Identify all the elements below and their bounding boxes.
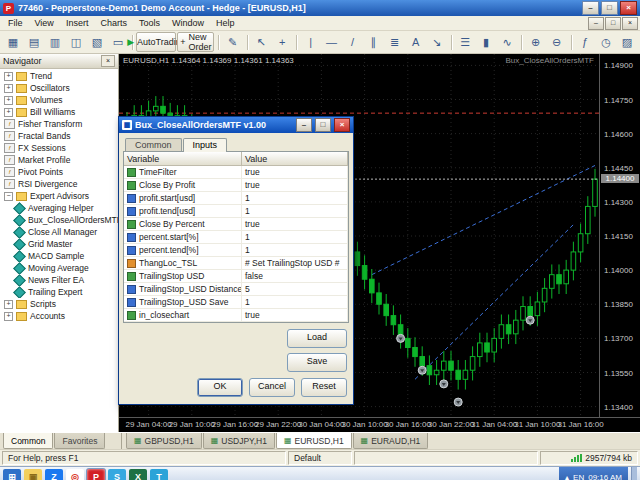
tree-expand-icon[interactable]: +: [4, 312, 13, 321]
channel-button[interactable]: ∥: [364, 32, 384, 52]
input-row-profit-tend-usd[interactable]: profit.tend[usd]1: [124, 205, 348, 218]
input-row-percent-tend[interactable]: percent.tend[%]1: [124, 244, 348, 257]
skype-icon[interactable]: S: [108, 469, 126, 480]
chart-tab-usdjpy-h1[interactable]: ▦USDJPY,H1: [203, 433, 275, 449]
tray-expand-icon[interactable]: ▴: [565, 473, 569, 480]
input-value-cell[interactable]: true: [242, 309, 348, 322]
input-value-cell[interactable]: true: [242, 179, 348, 192]
input-value-cell[interactable]: true: [242, 218, 348, 231]
clock[interactable]: 09:16 AM: [588, 473, 622, 480]
input-value-cell[interactable]: 1: [242, 192, 348, 205]
nav-item-grid-master[interactable]: Grid Master: [0, 238, 118, 250]
time-axis[interactable]: 29 Jan 04:0029 Jan 10:0029 Jan 16:0029 J…: [119, 417, 640, 432]
nav-tab-common[interactable]: Common: [3, 433, 53, 449]
nav-item-bux-closeallordersmtf[interactable]: Bux_CloseAllOrdersMTF: [0, 214, 118, 226]
input-row-trailingstop-usd[interactable]: TrailingStop USDfalse: [124, 270, 348, 283]
new-chart-button[interactable]: ▦: [3, 32, 23, 52]
nav-item-scripts[interactable]: +Scripts: [0, 298, 118, 310]
profiles-button[interactable]: ▤: [24, 32, 44, 52]
nav-item-oscillators[interactable]: +Oscillators: [0, 82, 118, 94]
dialog-titlebar[interactable]: ▦ Bux_CloseAllOrdersMTF v1.00 – □ ×: [119, 117, 353, 133]
menu-insert[interactable]: Insert: [60, 18, 95, 28]
input-row-close-by-percent[interactable]: Close By Percenttrue: [124, 218, 348, 231]
input-value-cell[interactable]: 1: [242, 296, 348, 309]
horizontal-line-button[interactable]: —: [322, 32, 342, 52]
cancel-button[interactable]: Cancel: [249, 378, 295, 397]
vertical-line-button[interactable]: |: [301, 32, 321, 52]
price-axis[interactable]: 1.149001.147501.146001.144501.143001.141…: [599, 54, 640, 418]
dialog-close-button[interactable]: ×: [334, 118, 350, 132]
tree-expand-icon[interactable]: −: [4, 192, 13, 201]
reset-button[interactable]: Reset: [301, 378, 347, 397]
chart-tab-eurusd-h1[interactable]: ▦EURUSD,H1: [276, 433, 352, 449]
close-button[interactable]: ×: [620, 1, 637, 15]
input-row-in-closechart[interactable]: in_closecharttrue: [124, 309, 348, 322]
zalo-icon[interactable]: Z: [45, 469, 63, 480]
nav-item-volumes[interactable]: +Volumes: [0, 94, 118, 106]
bar-chart-button[interactable]: ☰: [455, 32, 475, 52]
trendline-button[interactable]: /: [343, 32, 363, 52]
menu-file[interactable]: File: [2, 18, 29, 28]
nav-item-fractal-bands[interactable]: fFractal Bands: [0, 130, 118, 142]
child-restore-button[interactable]: □: [605, 17, 621, 30]
dialog-restore-button[interactable]: □: [315, 118, 331, 132]
tree-expand-icon[interactable]: +: [4, 72, 13, 81]
trendline[interactable]: [372, 165, 595, 274]
input-row-timefilter[interactable]: TimeFiltertrue: [124, 166, 348, 179]
terminal-button[interactable]: ▭: [108, 32, 128, 52]
child-close-button[interactable]: ×: [622, 17, 638, 30]
nav-item-bill-williams[interactable]: +Bill Williams: [0, 106, 118, 118]
ok-button[interactable]: OK: [197, 378, 243, 397]
new-order-button[interactable]: +New Order: [177, 32, 214, 52]
input-value-cell[interactable]: false: [242, 270, 348, 283]
input-row-trailingstop-usd-distance[interactable]: TrailingStop_USD Distance5: [124, 283, 348, 296]
start-button[interactable]: ⊞: [3, 469, 21, 480]
load-button[interactable]: Load: [287, 329, 347, 348]
nav-item-expert-advisors[interactable]: −Expert Advisors: [0, 190, 118, 202]
excel-icon[interactable]: X: [129, 469, 147, 480]
zoom-out-button[interactable]: ⊖: [547, 32, 567, 52]
nav-item-trend[interactable]: +Trend: [0, 70, 118, 82]
tree-expand-icon[interactable]: +: [4, 96, 13, 105]
fibonacci-button[interactable]: ≣: [385, 32, 405, 52]
periods-button[interactable]: ◷: [596, 32, 616, 52]
nav-item-trailing-expert[interactable]: Trailing Expert: [0, 286, 118, 298]
market-watch-button[interactable]: ▥: [45, 32, 65, 52]
input-row-percent-start[interactable]: percent.start[%]1: [124, 231, 348, 244]
telegram-icon[interactable]: T: [150, 469, 168, 480]
menu-tools[interactable]: Tools: [133, 18, 166, 28]
nav-item-moving-average[interactable]: Moving Average: [0, 262, 118, 274]
child-minimize-button[interactable]: –: [588, 17, 604, 30]
input-value-cell[interactable]: 1: [242, 205, 348, 218]
show-desktop-button[interactable]: [631, 467, 637, 480]
tree-expand-icon[interactable]: +: [4, 84, 13, 93]
menu-help[interactable]: Help: [210, 18, 241, 28]
nav-item-close-all-manager[interactable]: Close All Manager: [0, 226, 118, 238]
input-row-thangloc-tsl[interactable]: ThangLoc_TSL# Set TrailingStop USD #: [124, 257, 348, 270]
tree-expand-icon[interactable]: +: [4, 300, 13, 309]
dialog-minimize-button[interactable]: –: [296, 118, 312, 132]
chart-tab-euraud-h1[interactable]: ▦EURAUD,H1: [353, 433, 429, 449]
indicators-button[interactable]: ƒ: [575, 32, 595, 52]
dialog-tab-common[interactable]: Common: [125, 138, 182, 152]
data-window-button[interactable]: ◫: [66, 32, 86, 52]
minimize-button[interactable]: –: [582, 1, 599, 15]
metaeditor-button[interactable]: ✎: [223, 32, 243, 52]
input-value-cell[interactable]: 1: [242, 231, 348, 244]
tree-expand-icon[interactable]: +: [4, 108, 13, 117]
menu-window[interactable]: Window: [166, 18, 210, 28]
autotrading-button[interactable]: ▶AutoTrading: [136, 32, 176, 52]
language-indicator[interactable]: EN: [573, 473, 584, 480]
input-value-cell[interactable]: 1: [242, 244, 348, 257]
save-button[interactable]: Save: [287, 353, 347, 372]
text-button[interactable]: A: [406, 32, 426, 52]
input-row-trailingstop-usd-save[interactable]: TrailingStop_USD Save1: [124, 296, 348, 309]
nav-item-news-filter-ea[interactable]: News Filter EA: [0, 274, 118, 286]
dialog-tab-inputs[interactable]: Inputs: [183, 138, 228, 152]
input-value-cell[interactable]: # Set TrailingStop USD #: [242, 257, 348, 270]
nav-tab-favorites[interactable]: Favorites: [54, 433, 105, 449]
nav-item-fisher-transform[interactable]: fFisher Transform: [0, 118, 118, 130]
nav-item-averaging-helper[interactable]: Averaging Helper: [0, 202, 118, 214]
arrows-button[interactable]: ↘: [427, 32, 447, 52]
nav-item-macd-sample[interactable]: MACD Sample: [0, 250, 118, 262]
